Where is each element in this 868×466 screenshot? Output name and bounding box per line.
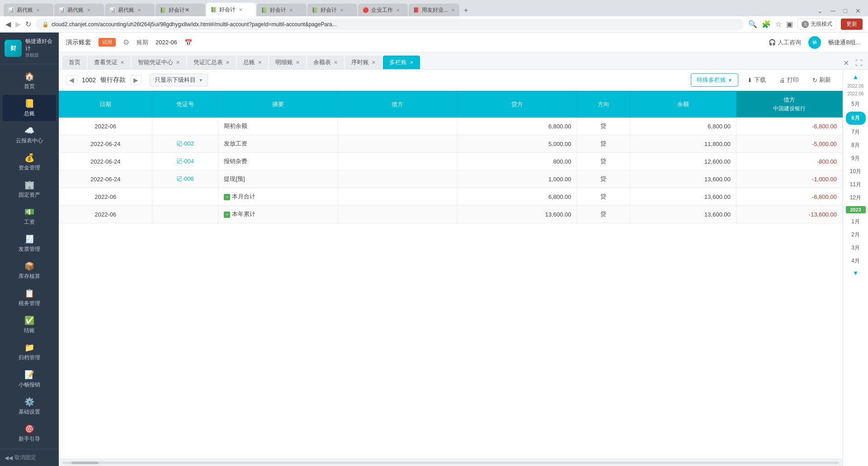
nav-item-home[interactable]: 🏠 首页 [3, 68, 56, 94]
tab-haokuaiji-active[interactable]: 📗 好会计 ✕ [206, 3, 256, 16]
col-extra: 借方 中国建设银行 [736, 91, 842, 118]
nav-item-cloud-report[interactable]: ☁️ 云报表中心 [3, 122, 56, 148]
update-button[interactable]: 更新 [841, 19, 863, 30]
user-avatar[interactable]: 畅 [808, 36, 821, 49]
nav-item-fund[interactable]: 💰 资金管理 [3, 149, 56, 175]
tab-close[interactable]: ✕ [340, 8, 344, 13]
settings-gear-icon[interactable]: ⚙ [123, 38, 129, 47]
cell-voucher: 记-002 [152, 135, 218, 153]
subject-filter[interactable]: 只显示下级科目 ▼ [150, 74, 208, 86]
page-tab-multi-column[interactable]: 多栏账 ✕ [383, 56, 420, 69]
tab-close[interactable]: ✕ [396, 8, 400, 13]
tab-close[interactable]: ✕ [36, 8, 40, 13]
search-icon[interactable]: 🔍 [748, 20, 757, 28]
page-tab-detail-ledger[interactable]: 明细账 ✕ [269, 56, 306, 69]
nav-item-archive[interactable]: 📁 归档管理 [3, 339, 56, 365]
tab-close[interactable]: ✕ [451, 8, 455, 13]
minimize-button[interactable]: ─ [827, 7, 839, 14]
cell-balance: 13,600.00 [630, 206, 736, 223]
extension-icon[interactable]: 🧩 [762, 20, 771, 28]
tab-close-multi[interactable]: ✕ [410, 60, 414, 66]
tab-haokuaiji-3[interactable]: 📗 好会计 ✕ [307, 4, 357, 16]
maximize-button[interactable]: □ [840, 7, 851, 14]
page-tab-general-ledger[interactable]: 总账 ✕ [237, 56, 268, 69]
url-bar[interactable]: 🔒 cloud2.chanjet.com/accounting/uh26t264… [36, 19, 744, 30]
tab-close[interactable]: ✕ [137, 8, 141, 13]
tab-close-journal[interactable]: ✕ [372, 60, 376, 66]
month-item-6-active[interactable]: 6月 [846, 112, 866, 125]
forward-button[interactable]: ▶ [15, 20, 21, 28]
tab-close-voucher[interactable]: ✕ [120, 60, 124, 66]
tab-close-summary[interactable]: ✕ [226, 60, 230, 66]
nav-item-tax[interactable]: 📋 税务管理 [3, 285, 56, 311]
tab-haokuaiji-1[interactable]: 📗 好会计✕ [156, 4, 205, 16]
nav-item-expense[interactable]: 📝 小畅报销 [3, 366, 56, 392]
bookmark-icon[interactable]: ☆ [775, 20, 782, 28]
panel-close-button[interactable]: ✕ [840, 59, 853, 67]
demo-badge[interactable]: 试用 [99, 38, 116, 47]
page-tab-voucher[interactable]: 查看凭证 ✕ [88, 56, 131, 69]
tab-close[interactable]: ✕ [87, 8, 90, 13]
tab-close-general[interactable]: ✕ [258, 60, 262, 66]
tab-close-balance[interactable]: ✕ [334, 60, 338, 66]
voucher-link[interactable]: 记-006 [176, 175, 194, 182]
month-item-7[interactable]: 7月 [843, 126, 868, 139]
month-item-2-2023[interactable]: 2月 [843, 228, 868, 241]
wuhen-button[interactable]: 无 无痕模式 [797, 19, 836, 30]
calendar-icon[interactable]: 📅 [184, 39, 192, 46]
tab-close-active[interactable]: ✕ [239, 7, 242, 12]
page-tab-home[interactable]: 首页 [62, 56, 87, 69]
voucher-link[interactable]: 记-004 [176, 158, 194, 165]
nav-item-ledger[interactable]: 📒 总账 [3, 95, 56, 121]
tab-yidazhang-3[interactable]: 📊 易代账 ✕ [105, 4, 155, 16]
horizontal-scrollbar[interactable] [59, 459, 843, 466]
month-item-4-2023[interactable]: 4月 [843, 254, 868, 268]
nav-item-fixed-assets[interactable]: 🏢 固定资产 [3, 176, 56, 202]
prev-account-button[interactable]: ◀ [66, 75, 77, 85]
nav-item-inventory[interactable]: 📦 库存核算 [3, 258, 56, 284]
scroll-down-button[interactable]: ▼ [851, 268, 861, 278]
voucher-link[interactable]: 记-002 [176, 140, 194, 147]
nav-item-settings[interactable]: ⚙️ 基础设置 [3, 393, 56, 419]
reload-button[interactable]: ↻ [25, 20, 31, 28]
nav-item-guide[interactable]: 🎯 新手引导 [3, 420, 56, 447]
panel-expand-button[interactable]: ⛶ [854, 59, 864, 67]
tab-yidazhang-1[interactable]: 📊 易代账 ✕ [4, 4, 53, 16]
scroll-up-button[interactable]: ▲ [851, 71, 861, 82]
special-multi-button[interactable]: 特殊多栏账 ▼ [691, 73, 738, 87]
new-tab-button[interactable]: + [460, 6, 472, 14]
tab-close-detail[interactable]: ✕ [296, 60, 300, 66]
tab-close[interactable]: ✕ [289, 8, 293, 13]
print-button[interactable]: 🖨 打印 [775, 74, 803, 86]
refresh-button[interactable]: ↻ 刷新 [808, 74, 835, 86]
tab-list-button[interactable]: ⌄ [814, 7, 826, 14]
nav-item-close-account[interactable]: ✅ 结账 [3, 312, 56, 338]
nav-item-salary[interactable]: 💵 工资 [3, 203, 56, 230]
page-tab-balance[interactable]: 余额表 ✕ [307, 56, 344, 69]
month-item-11[interactable]: 11月 [843, 178, 868, 191]
month-item-12[interactable]: 12月 [843, 191, 868, 204]
cancel-fixed[interactable]: ◀◀ 取消固定 [0, 449, 59, 466]
month-item-9[interactable]: 9月 [843, 152, 868, 165]
tab-haokuaiji-2[interactable]: 📗 好会计 ✕ [257, 4, 307, 16]
month-item-8[interactable]: 8月 [843, 139, 868, 152]
page-tab-voucher-summary[interactable]: 凭证汇总表 ✕ [187, 56, 236, 69]
page-tab-journal[interactable]: 序时账 ✕ [345, 56, 382, 69]
consult-button[interactable]: 🎧 人工咨询 [769, 38, 801, 47]
tab-close-smart-voucher[interactable]: ✕ [176, 60, 180, 66]
tab-yonyou[interactable]: 📕 用友好业... ✕ [409, 4, 459, 16]
month-item-1-2023[interactable]: 1月 [843, 215, 868, 228]
next-account-button[interactable]: ▶ [130, 75, 142, 85]
sidebar-toggle[interactable]: ▣ [786, 20, 793, 28]
back-button[interactable]: ◀ [5, 20, 11, 28]
month-item-5[interactable]: 5月 [843, 98, 868, 111]
cell-summary: 报销杂费 [218, 153, 338, 170]
page-tab-smart-voucher[interactable]: 智能凭证中心 ✕ [132, 56, 186, 69]
nav-item-invoice[interactable]: 🧾 发票管理 [3, 231, 56, 257]
tab-yidazhang-2[interactable]: 📊 易代账 ✕ [54, 4, 104, 16]
month-item-3-2023[interactable]: 3月 [843, 241, 868, 254]
download-button[interactable]: ⬇ 下载 [743, 74, 770, 86]
close-button[interactable]: ✕ [852, 7, 864, 14]
month-item-10[interactable]: 10月 [843, 165, 868, 178]
tab-enterprise[interactable]: 🔴 企业工作 ✕ [358, 4, 408, 16]
